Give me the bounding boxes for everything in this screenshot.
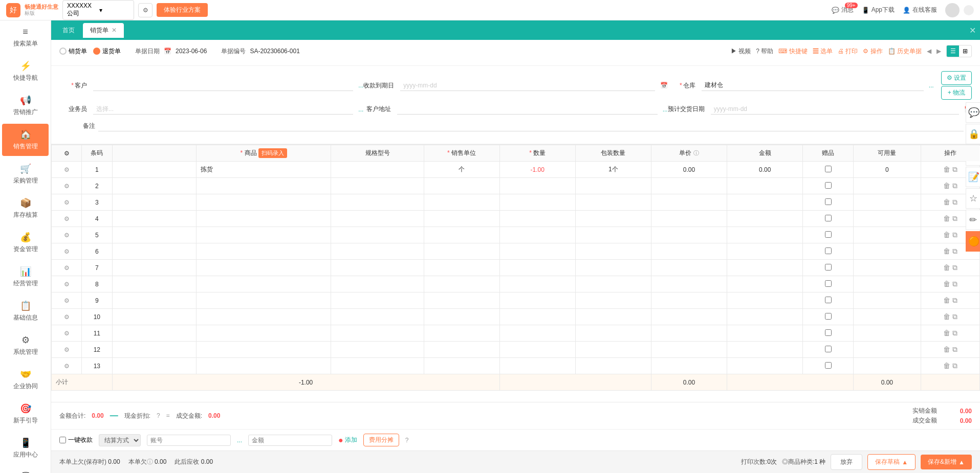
cell-pkg-8[interactable] [575,292,651,309]
select-order-icon-item[interactable]: ☰ 选单 [813,47,833,56]
cell-gift-1[interactable] [803,178,854,194]
copy-row-btn-0[interactable]: ⧉ [952,165,957,174]
th-gear[interactable]: ⚙ [52,145,82,162]
cell-unit-0[interactable]: 个 [424,162,499,178]
trial-button[interactable]: 体验行业方案 [157,3,208,17]
sidebar-item-basic[interactable]: 📋 基础信息 [2,295,49,327]
help-circle-icon[interactable]: ? [157,412,160,419]
copy-row-btn-8[interactable]: ⧉ [952,296,957,305]
sidebar-item-search[interactable]: ≡ 搜索菜单 [2,21,49,53]
float-btn-note[interactable]: 📝 [966,167,980,187]
copy-row-btn-4[interactable]: ⧉ [952,231,957,239]
cell-amount-3[interactable] [727,211,803,227]
cell-price-10[interactable] [651,325,727,342]
gift-checkbox-8[interactable] [825,297,832,303]
cell-amount-2[interactable] [727,194,803,211]
cell-qty-1[interactable] [499,178,575,194]
cell-gift-8[interactable] [803,292,854,309]
cell-qty-10[interactable] [499,325,575,342]
cell-pkg-4[interactable] [575,227,651,243]
cell-pkg-5[interactable] [575,243,651,260]
float-btn-edit[interactable]: ✏ [966,210,980,230]
delete-row-btn-1[interactable]: 🗑 [943,182,950,190]
cell-barcode-0[interactable] [112,162,197,178]
close-all-tabs-icon[interactable]: ✕ [969,26,976,35]
video-icon-item[interactable]: ▶ 视频 [731,47,751,56]
address-input[interactable] [397,104,657,115]
gift-checkbox-7[interactable] [825,280,832,287]
copy-row-btn-11[interactable]: ⧉ [952,345,957,354]
float-btn-lock[interactable]: 🔒 [966,124,980,144]
more-options-icon[interactable]: ... [237,437,242,444]
cell-gift-3[interactable] [803,211,854,227]
cell-qty-9[interactable] [499,309,575,325]
cell-pkg-12[interactable] [575,358,651,374]
delete-row-btn-8[interactable]: 🗑 [943,296,950,304]
cell-unit-4[interactable] [424,227,499,243]
cell-spec-1[interactable] [331,178,424,194]
cell-barcode-9[interactable] [112,309,197,325]
copy-row-btn-1[interactable]: ⧉ [952,182,957,190]
gift-checkbox-5[interactable] [825,247,832,254]
calendar-icon[interactable]: 📅 [164,48,171,55]
cell-product-8[interactable] [197,292,331,309]
cell-spec-4[interactable] [331,227,424,243]
tab-home[interactable]: 首页 [55,23,82,38]
receive-date-calendar-icon[interactable]: 📅 [660,82,668,89]
cell-amount-7[interactable] [727,276,803,292]
sidebar-item-sales[interactable]: 🏠 销售管理 [2,124,49,156]
cell-spec-0[interactable] [331,162,424,178]
price-info-icon[interactable]: ⓘ [693,150,699,156]
cell-product-3[interactable] [197,211,331,227]
cell-amount-5[interactable] [727,243,803,260]
fee-help-icon[interactable]: ? [405,437,409,444]
delete-row-btn-0[interactable]: 🗑 [943,165,950,173]
cell-price-12[interactable] [651,358,727,374]
scan-btn[interactable]: 扫码录入 [258,148,287,158]
sidebar-item-apps[interactable]: 📱 应用中心 [2,432,49,464]
cell-qty-5[interactable] [499,243,575,260]
copy-row-btn-2[interactable]: ⧉ [952,198,957,207]
amount-input[interactable] [248,435,332,446]
sidebar-item-quick-nav[interactable]: ⚡ 快捷导航 [2,55,49,87]
cell-amount-11[interactable] [727,342,803,358]
delete-row-btn-11[interactable]: 🗑 [943,345,950,353]
cell-product-2[interactable] [197,194,331,211]
cell-gift-6[interactable] [803,260,854,276]
current-debt-info[interactable]: ⓘ [147,458,153,465]
cell-unit-2[interactable] [424,194,499,211]
cell-barcode-3[interactable] [112,211,197,227]
cell-barcode-1[interactable] [112,178,197,194]
cell-pkg-6[interactable] [575,260,651,276]
warehouse-dots[interactable]: ... [929,82,934,89]
cell-gift-10[interactable] [803,325,854,342]
calc-method-select[interactable]: 结算方式 [99,434,141,446]
cell-barcode-7[interactable] [112,276,197,292]
view-list-btn[interactable]: ☰ [947,46,959,57]
cell-gift-0[interactable] [803,162,854,178]
float-btn-orange[interactable]: 🟠 [966,231,980,252]
delete-row-btn-10[interactable]: 🗑 [943,329,950,337]
cell-spec-3[interactable] [331,211,424,227]
cell-price-7[interactable] [651,276,727,292]
nav-prev-icon[interactable]: ◀ [927,48,931,55]
gift-checkbox-9[interactable] [825,313,832,320]
gift-checkbox-6[interactable] [825,264,832,271]
cell-price-0[interactable]: 0.00 [651,162,727,178]
radio-return-order[interactable]: 退货单 [93,47,121,56]
cell-pkg-7[interactable] [575,276,651,292]
cell-unit-3[interactable] [424,211,499,227]
gift-checkbox-3[interactable] [825,215,832,221]
cell-price-1[interactable] [651,178,727,194]
cell-unit-1[interactable] [424,178,499,194]
cell-qty-4[interactable] [499,227,575,243]
gift-checkbox-4[interactable] [825,231,832,238]
address-dots[interactable]: ... [663,106,668,113]
cell-amount-4[interactable] [727,227,803,243]
cell-pkg-10[interactable] [575,325,651,342]
cell-pkg-3[interactable] [575,211,651,227]
online-service-item[interactable]: 👤 在线客服 [903,6,937,14]
cell-qty-12[interactable] [499,358,575,374]
staff-dots[interactable]: ... [358,106,363,113]
sidebar-item-marketing[interactable]: 📢 营销推广 [2,89,49,122]
